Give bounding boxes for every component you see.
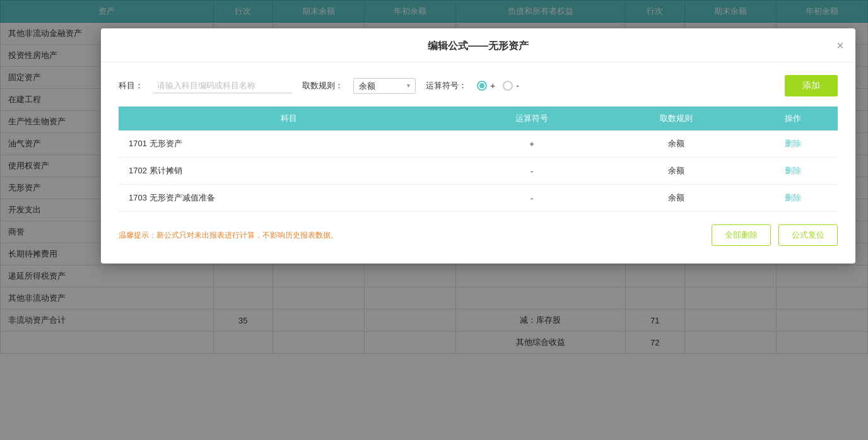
footer-buttons: 全部删除 公式复位 (712, 224, 838, 246)
modal-subject-cell: 1701 无形资产 (119, 130, 460, 158)
modal-operator-cell: + (460, 130, 604, 158)
delete-all-button[interactable]: 全部删除 (712, 224, 771, 246)
modal-footer: 温馨提示：新公式只对未出报表进行计算，不影响历史报表数据。 全部删除 公式复位 (101, 212, 855, 248)
operator-radio-group: + - (477, 81, 519, 91)
modal-action-cell: 删除 (749, 185, 838, 212)
modal-header: 编辑公式——无形资产 × (101, 28, 855, 62)
rule-select[interactable]: 余额 借方发生额 贷方发生额 (353, 78, 416, 94)
modal-subject-cell: 1703 无形资产减值准备 (119, 185, 460, 212)
hint-text: 温馨提示：新公式只对未出报表进行计算，不影响历史报表数据。 (119, 230, 338, 241)
modal-table-row: 1702 累计摊销 - 余额 删除 (119, 158, 838, 185)
modal-action-cell: 删除 (749, 158, 838, 185)
modal-rule-cell: 余额 (604, 185, 749, 212)
radio-minus-circle (503, 81, 513, 91)
delete-row-link[interactable]: 删除 (785, 193, 801, 202)
delete-row-link[interactable]: 删除 (785, 139, 801, 148)
subject-label: 科目： (119, 80, 143, 91)
add-button[interactable]: 添加 (785, 75, 838, 96)
modal-rule-cell: 余额 (604, 130, 749, 158)
subject-input[interactable] (153, 78, 292, 93)
rule-select-wrap: 余额 借方发生额 贷方发生额 (353, 78, 416, 94)
modal-table-row: 1701 无形资产 + 余额 删除 (119, 130, 838, 158)
modal-subject-cell: 1702 累计摊销 (119, 158, 460, 185)
rule-label: 取数规则： (302, 80, 343, 91)
modal-close-button[interactable]: × (836, 39, 844, 52)
modal-title: 编辑公式——无形资产 (428, 40, 529, 53)
operator-plus-radio[interactable]: + (477, 81, 495, 91)
delete-row-link[interactable]: 删除 (785, 166, 801, 175)
reset-formula-button[interactable]: 公式复位 (778, 224, 838, 246)
operator-minus-radio[interactable]: - (503, 81, 519, 91)
modal-inner-table: 科目运算符号取数规则操作 1701 无形资产 + 余额 删除 1702 累计摊销… (119, 107, 838, 212)
form-row: 科目： 取数规则： 余额 借方发生额 贷方发生额 运算符号： + - 添加 (101, 62, 855, 107)
modal-rule-cell: 余额 (604, 158, 749, 185)
modal-operator-cell: - (460, 185, 604, 212)
operator-minus-label: - (516, 81, 519, 91)
modal-table-header: 科目 (119, 107, 460, 130)
operator-label: 运算符号： (426, 80, 467, 91)
radio-plus-circle (477, 81, 487, 91)
modal-table-wrap: 科目运算符号取数规则操作 1701 无形资产 + 余额 删除 1702 累计摊销… (119, 107, 838, 212)
modal-table-header: 运算符号 (460, 107, 604, 130)
modal-action-cell: 删除 (749, 130, 838, 158)
modal-operator-cell: - (460, 158, 604, 185)
edit-formula-modal: 编辑公式——无形资产 × 科目： 取数规则： 余额 借方发生额 贷方发生额 运算… (101, 28, 855, 263)
modal-table-row: 1703 无形资产减值准备 - 余额 删除 (119, 185, 838, 212)
modal-table-header: 操作 (749, 107, 838, 130)
modal-table-header: 取数规则 (604, 107, 749, 130)
operator-plus-label: + (490, 81, 495, 91)
